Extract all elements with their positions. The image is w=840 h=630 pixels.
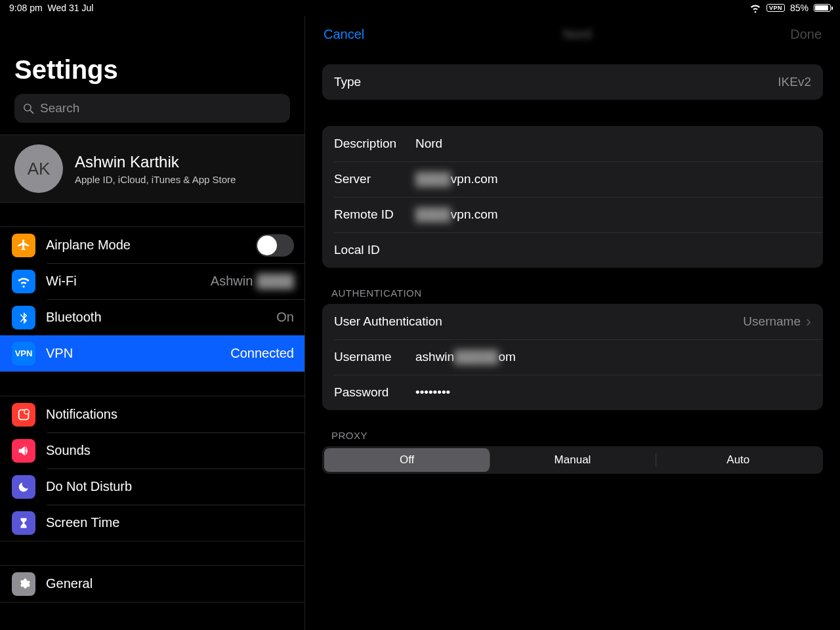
sidebar-item-general[interactable]: General (0, 566, 304, 602)
profile-subtitle: Apple ID, iCloud, iTunes & App Store (75, 174, 236, 185)
avatar: AK (14, 144, 63, 193)
sidebar-item-dnd[interactable]: Do Not Disturb (0, 469, 304, 505)
sidebar-item-screentime[interactable]: Screen Time (0, 505, 304, 541)
local-id-row[interactable]: Local ID (322, 232, 823, 268)
sidebar-item-label: Do Not Disturb (46, 479, 132, 494)
type-row[interactable]: Type IKEv2 (322, 64, 823, 100)
wifi-icon (12, 270, 35, 293)
vpn-icon: VPN (12, 342, 35, 366)
user-auth-value: Username (743, 314, 801, 329)
description-row[interactable]: Description Nord (322, 126, 823, 161)
server-panel: Description Nord Server ████vpn.com Remo… (322, 126, 823, 268)
svg-point-3 (24, 409, 29, 413)
search-input[interactable] (40, 101, 282, 116)
detail-pane: Cancel Nord Done Type IKEv2 Description … (305, 16, 840, 630)
sidebar-item-label: Notifications (46, 407, 117, 422)
row-label: Username (334, 350, 415, 364)
username-value: ashwin█████om (415, 350, 516, 364)
proxy-segmented-control[interactable]: Off Manual Auto (322, 446, 823, 474)
row-label: Password (334, 385, 415, 400)
auth-panel: User Authentication Username › Username … (322, 304, 823, 410)
svg-line-1 (30, 110, 33, 113)
bluetooth-icon (12, 306, 35, 329)
nav-bar: Cancel Nord Done (305, 16, 840, 49)
proxy-section-header: PROXY (331, 430, 814, 441)
row-label: Type (334, 75, 415, 89)
username-row[interactable]: Username ashwin█████om (322, 339, 823, 375)
status-battery-pct: 85% (790, 3, 808, 13)
sidebar-item-label: Screen Time (46, 515, 119, 530)
status-bar: 9:08 pm Wed 31 Jul VPN 85% (0, 0, 840, 16)
status-date: Wed 31 Jul (48, 3, 94, 13)
description-value: Nord (415, 136, 442, 151)
bluetooth-status: On (276, 310, 294, 325)
row-label: Server (334, 172, 415, 186)
nav-title: Nord (563, 27, 591, 42)
cancel-button[interactable]: Cancel (324, 27, 364, 42)
search-icon (22, 102, 35, 115)
sidebar-item-label: Airplane Mode (46, 238, 131, 253)
sidebar-item-airplane[interactable]: Airplane Mode (0, 227, 304, 263)
profile-name: Ashwin Karthik (75, 153, 236, 171)
row-label: Local ID (334, 243, 415, 257)
hourglass-icon (12, 511, 35, 535)
row-label: Description (334, 136, 415, 151)
sidebar-item-notifications[interactable]: Notifications (0, 396, 304, 432)
airplane-toggle[interactable] (256, 234, 294, 257)
airplane-icon (12, 234, 35, 257)
sidebar-item-label: General (46, 576, 93, 591)
row-label: User Authentication (334, 314, 442, 329)
status-vpn-badge: VPN (766, 4, 785, 12)
vpn-status: Connected (230, 346, 294, 361)
server-value: ████vpn.com (415, 172, 498, 186)
remote-id-row[interactable]: Remote ID ████vpn.com (322, 197, 823, 232)
user-auth-row[interactable]: User Authentication Username › (322, 304, 823, 339)
sounds-icon (12, 439, 35, 463)
sidebar-item-wifi[interactable]: Wi-Fi Ashwin████ (0, 263, 304, 299)
page-title: Settings (0, 16, 304, 94)
sidebar-item-label: Bluetooth (46, 310, 102, 325)
proxy-option-manual[interactable]: Manual (490, 448, 655, 472)
row-label: Remote ID (334, 207, 415, 222)
battery-icon (814, 4, 831, 12)
wifi-icon (749, 2, 761, 14)
proxy-option-auto[interactable]: Auto (656, 448, 821, 472)
password-row[interactable]: Password •••••••• (322, 375, 823, 410)
moon-icon (12, 475, 35, 499)
auth-section-header: AUTHENTICATION (331, 287, 814, 299)
sidebar-item-label: Wi-Fi (46, 274, 77, 289)
status-time: 9:08 pm (9, 3, 43, 13)
profile-row[interactable]: AK Ashwin Karthik Apple ID, iCloud, iTun… (0, 135, 304, 203)
search-field[interactable] (14, 94, 290, 123)
sidebar-item-sounds[interactable]: Sounds (0, 432, 304, 469)
chevron-right-icon: › (806, 314, 811, 329)
sidebar-item-vpn[interactable]: VPN VPN Connected (0, 335, 304, 371)
password-value: •••••••• (415, 385, 450, 400)
settings-sidebar: Settings AK Ashwin Karthik Apple ID, iCl… (0, 16, 305, 630)
notifications-icon (12, 403, 35, 427)
proxy-option-off[interactable]: Off (324, 448, 490, 472)
sidebar-item-label: VPN (46, 346, 73, 361)
wifi-network-name: Ashwin████ (211, 274, 294, 289)
sidebar-item-label: Sounds (46, 443, 91, 458)
gear-icon (12, 572, 35, 596)
remote-id-value: ████vpn.com (415, 207, 498, 222)
type-panel: Type IKEv2 (322, 64, 823, 100)
done-button[interactable]: Done (790, 27, 822, 42)
sidebar-item-bluetooth[interactable]: Bluetooth On (0, 299, 304, 335)
type-value: IKEv2 (778, 75, 811, 89)
server-row[interactable]: Server ████vpn.com (322, 161, 823, 197)
